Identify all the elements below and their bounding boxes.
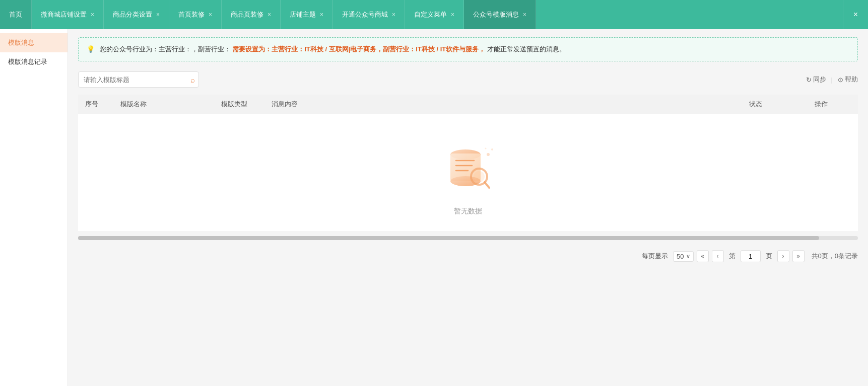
tab-product-decoration[interactable]: 商品页装修 × <box>222 0 281 29</box>
global-close-icon: × <box>853 10 858 19</box>
tab-category-settings-close[interactable]: × <box>156 12 160 18</box>
tab-shop-settings-label: 微商城店铺设置 <box>41 10 87 19</box>
table-body: 暂无数据 <box>78 114 858 231</box>
tab-template-message[interactable]: 公众号模版消息 × <box>464 0 536 29</box>
first-page-icon: « <box>701 253 704 260</box>
tab-open-mall-close[interactable]: × <box>392 12 395 18</box>
tab-shop-theme-label: 店铺主题 <box>290 10 316 19</box>
tab-custom-menu[interactable]: 自定义菜单 × <box>405 0 464 29</box>
main-layout: 模版消息 模版消息记录 💡 您的公众号行业为：主营行业：，副营行业： 需要设置为… <box>0 29 868 386</box>
sidebar-item-template-message-label: 模版消息 <box>8 39 34 46</box>
col-name: 模版名称 <box>113 95 214 114</box>
tab-product-decoration-close[interactable]: × <box>268 12 271 18</box>
search-left: ⌕ <box>78 71 199 88</box>
tab-home-decoration-label: 首页装修 <box>178 10 205 19</box>
page-prefix: 第 <box>729 252 736 261</box>
pagination: 每页显示 50 ∨ « ‹ 第 页 › » 共0页，0条记录 <box>78 245 858 264</box>
empty-text: 暂无数据 <box>454 207 482 216</box>
svg-point-7 <box>474 171 485 182</box>
tab-product-decoration-label: 商品页装修 <box>231 10 263 19</box>
page-suffix: 页 <box>766 252 772 261</box>
content-area: 💡 您的公众号行业为：主营行业：，副营行业： 需要设置为：主营行业：IT科技 /… <box>68 29 868 386</box>
tab-home-decoration-close[interactable]: × <box>209 12 212 18</box>
prev-page-icon: ‹ <box>717 253 719 260</box>
table-head: 序号 模版名称 模版类型 消息内容 状态 操作 <box>78 95 858 114</box>
divider: | <box>831 76 833 84</box>
help-label: 帮助 <box>845 75 858 84</box>
info-prefix: 您的公众号行业为：主营行业：，副营行业： <box>100 45 231 53</box>
page-number-input[interactable] <box>741 250 761 262</box>
tab-template-message-label: 公众号模版消息 <box>473 10 519 19</box>
help-icon: ⊙ <box>838 76 843 84</box>
search-icon: ⌕ <box>190 75 195 84</box>
search-right: ↻ 同步 | ⊙ 帮助 <box>806 75 858 84</box>
bulb-icon: 💡 <box>87 45 95 53</box>
tab-shop-theme[interactable]: 店铺主题 × <box>281 0 333 29</box>
page-size-value: 50 <box>677 253 684 260</box>
scrollbar-area[interactable] <box>78 236 858 240</box>
tab-home-label: 首页 <box>9 10 22 19</box>
empty-row: 暂无数据 <box>78 114 858 231</box>
svg-point-9 <box>487 153 490 156</box>
scrollbar-thumb[interactable] <box>78 236 819 240</box>
col-type: 模版类型 <box>214 95 264 114</box>
tab-home[interactable]: 首页 <box>0 0 32 29</box>
tab-category-settings[interactable]: 商品分类设置 × <box>104 0 169 29</box>
top-nav: 首页 微商城店铺设置 × 商品分类设置 × 首页装修 × 商品页装修 × 店铺主… <box>0 0 868 29</box>
svg-line-8 <box>485 182 489 188</box>
prev-page-button[interactable]: ‹ <box>712 250 724 262</box>
col-action: 操作 <box>808 95 858 114</box>
global-close-button[interactable]: × <box>843 0 868 29</box>
tab-open-mall-label: 开通公众号商城 <box>342 10 388 19</box>
svg-point-10 <box>491 148 493 150</box>
next-page-icon: › <box>782 253 784 260</box>
tab-custom-menu-label: 自定义菜单 <box>414 10 447 19</box>
last-page-button[interactable]: » <box>792 250 805 262</box>
col-index: 序号 <box>78 95 113 114</box>
first-page-button[interactable]: « <box>697 250 709 262</box>
table-header-row: 序号 模版名称 模版类型 消息内容 状态 操作 <box>78 95 858 114</box>
chevron-down-icon: ∨ <box>686 253 690 260</box>
empty-illustration <box>438 139 498 200</box>
info-highlight: 需要设置为：主营行业：IT科技 / 互联网|电子商务，副营行业：IT科技 / I… <box>232 45 485 53</box>
last-page-icon: » <box>796 253 800 260</box>
help-button[interactable]: ⊙ 帮助 <box>838 75 858 84</box>
per-page-label: 每页显示 <box>642 252 668 261</box>
search-button[interactable]: ⌕ <box>190 75 195 84</box>
sync-button[interactable]: ↻ 同步 <box>806 75 826 84</box>
tab-shop-settings-close[interactable]: × <box>91 12 94 18</box>
tab-shop-settings[interactable]: 微商城店铺设置 × <box>32 0 104 29</box>
col-content: 消息内容 <box>264 95 742 114</box>
search-input[interactable] <box>78 71 199 88</box>
search-bar: ⌕ ↻ 同步 | ⊙ 帮助 <box>78 71 858 88</box>
search-input-wrap: ⌕ <box>78 71 199 88</box>
page-size-select[interactable]: 50 ∨ <box>673 251 693 262</box>
tab-custom-menu-close[interactable]: × <box>451 12 454 18</box>
sidebar-item-template-message-record[interactable]: 模版消息记录 <box>0 52 68 71</box>
sidebar-item-template-message[interactable]: 模版消息 <box>0 33 68 52</box>
data-table: 序号 模版名称 模版类型 消息内容 状态 操作 <box>78 95 858 231</box>
info-suffix: 才能正常发送预置的消息。 <box>487 45 566 53</box>
sync-label: 同步 <box>813 75 826 84</box>
info-box: 💡 您的公众号行业为：主营行业：，副营行业： 需要设置为：主营行业：IT科技 /… <box>78 37 858 61</box>
tab-open-mall[interactable]: 开通公众号商城 × <box>333 0 405 29</box>
sync-icon: ↻ <box>806 76 812 84</box>
tab-category-settings-label: 商品分类设置 <box>113 10 152 19</box>
tab-home-decoration[interactable]: 首页装修 × <box>169 0 222 29</box>
next-page-button[interactable]: › <box>777 250 789 262</box>
sidebar: 模版消息 模版消息记录 <box>0 29 68 386</box>
tab-shop-theme-close[interactable]: × <box>320 12 323 18</box>
svg-point-11 <box>485 148 487 149</box>
empty-state: 暂无数据 <box>78 114 858 231</box>
tab-template-message-close[interactable]: × <box>523 12 526 18</box>
col-status: 状态 <box>742 95 808 114</box>
total-text: 共0页，0条记录 <box>812 252 858 261</box>
sidebar-item-template-message-record-label: 模版消息记录 <box>8 58 47 65</box>
